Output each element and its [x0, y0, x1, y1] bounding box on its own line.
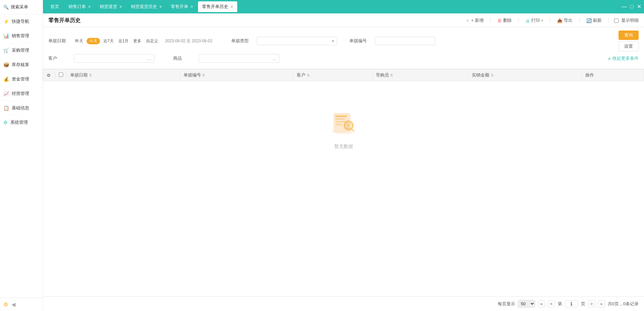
date-option-last_month[interactable]: 近1月 — [117, 38, 130, 44]
print-label: 打印 — [531, 17, 540, 23]
per-page-select[interactable]: 102050100 — [518, 300, 535, 308]
add-button[interactable]: ＋ + 新增 — [464, 17, 485, 24]
doc-type-label: 单据类型 — [231, 38, 251, 44]
goods-ellipsis-icon[interactable]: ... — [272, 56, 276, 61]
add-label: + 新增 — [471, 17, 484, 23]
first-page-button[interactable]: « — [538, 300, 545, 307]
display-toggle[interactable]: 显示明细 — [614, 17, 639, 23]
refresh-button[interactable]: 🔄 刷新 — [585, 17, 603, 24]
date-option-custom[interactable]: 自定义 — [145, 38, 159, 44]
search-icon: 🔍 — [3, 5, 9, 10]
th-date-sort-icon[interactable]: ⇅ — [89, 73, 92, 77]
date-options: 昨天今天近7天近1月更多自定义 — [74, 38, 159, 44]
goods-select[interactable]: ... — [199, 54, 279, 63]
pagination: 每页显示 102050100 « < 第 页 > » 共0页，0条记录 — [43, 296, 644, 311]
tab-close-sales-return-history[interactable]: ✕ — [159, 5, 162, 9]
sidebar-item-basic-info[interactable]: 📋基础信息 — [0, 101, 43, 115]
display-checkbox[interactable] — [614, 18, 618, 23]
close-button[interactable]: ✕ — [637, 4, 641, 9]
sidebar-label-inventory: 库存核算 — [12, 62, 29, 68]
header-row: ⚙单据日期 ⇅单据编号 ⇅客户 ⇅导购员 ⇅实销金额 ⇅操作 — [43, 69, 644, 81]
th-settings[interactable]: ⚙ — [43, 69, 55, 81]
svg-rect-2 — [335, 115, 347, 117]
customer-select[interactable]: ... — [74, 54, 154, 63]
data-table: ⚙单据日期 ⇅单据编号 ⇅客户 ⇅导购员 ⇅实销金额 ⇅操作 — [43, 69, 644, 81]
th-amount-sort-icon[interactable]: ⇅ — [491, 73, 494, 77]
th-date[interactable]: 单据日期 ⇅ — [67, 69, 180, 81]
sidebar-item-sales-mgmt[interactable]: 📊销售管理 — [0, 29, 43, 43]
divider-4 — [579, 18, 580, 23]
per-page-label: 每页显示 — [498, 301, 515, 307]
tab-close-retail-open-history[interactable]: ✕ — [230, 5, 233, 9]
tab-label-retail-open-history: 零售开单历史 — [202, 4, 228, 10]
tab-close-retail-open[interactable]: ✕ — [190, 5, 193, 9]
tab-label-sales-return-history: 销货退货历史 — [131, 4, 157, 10]
date-option-more[interactable]: 更多 — [132, 38, 143, 44]
settings-button[interactable]: ⚙ — [3, 301, 8, 308]
next-page-button[interactable]: > — [588, 300, 595, 307]
sidebar-item-sys-mgmt[interactable]: ⚙系统管理 — [0, 115, 43, 130]
th-doc_no-sort-icon[interactable]: ⇅ — [202, 73, 205, 77]
sidebar-item-purchase-mgmt[interactable]: 🛒采购管理 — [0, 43, 43, 58]
customer-ellipsis-icon[interactable]: ... — [147, 56, 151, 61]
page-input[interactable] — [565, 300, 578, 307]
tab-home[interactable]: 首页 — [46, 1, 64, 12]
th-checkbox — [55, 69, 67, 81]
collapse-sidebar-button[interactable]: ◀ — [11, 301, 15, 308]
tab-label-retail-open: 零售开单 — [171, 4, 188, 10]
tab-bar: 首页销售订单✕销货退货✕销货退货历史✕零售开单✕零售开单历史✕ — □ ✕ — [43, 0, 644, 13]
tab-sales-return[interactable]: 销货退货✕ — [96, 1, 126, 12]
divider-5 — [608, 18, 609, 23]
page-content: 零售开单历史 ＋ + 新增 🗑 删除 🖨 打印 ▾ — [43, 13, 644, 311]
sidebar-item-inventory[interactable]: 📦库存核算 — [0, 58, 43, 72]
delete-label: 删除 — [503, 17, 512, 23]
tab-sales-return-history[interactable]: 销货退货历史✕ — [127, 1, 166, 12]
tab-retail-open[interactable]: 零售开单✕ — [167, 1, 197, 12]
date-option-yesterday[interactable]: 昨天 — [74, 38, 85, 44]
window-controls: — □ ✕ — [622, 4, 641, 9]
minimize-button[interactable]: — — [622, 4, 627, 9]
maximize-button[interactable]: □ — [630, 4, 634, 9]
th-action: 操作 — [582, 69, 644, 81]
prev-page-button[interactable]: < — [548, 300, 555, 307]
refresh-label: 刷新 — [593, 17, 602, 23]
th-customer[interactable]: 客户 ⇅ — [293, 69, 372, 81]
search-button[interactable]: 🔍 搜索采单 — [0, 0, 43, 14]
th-customer-label: 客户 — [297, 72, 305, 77]
empty-text: 暂无数据 — [334, 144, 353, 150]
th-guide-sort-icon[interactable]: ⇅ — [390, 73, 393, 77]
sidebar-label-finance: 资金管理 — [12, 76, 29, 82]
print-button[interactable]: 🖨 打印 ▾ — [524, 17, 545, 24]
tab-close-sales-order[interactable]: ✕ — [88, 5, 91, 9]
date-option-last7[interactable]: 近7天 — [102, 38, 115, 44]
th-customer-sort-icon[interactable]: ⇅ — [307, 73, 310, 77]
tab-retail-open-history[interactable]: 零售开单历史✕ — [198, 1, 237, 12]
th-amount-label: 实销金额 — [472, 72, 489, 77]
empty-icon — [327, 108, 360, 138]
doc-no-label: 单据编号 — [349, 38, 369, 44]
last-page-button[interactable]: » — [598, 300, 605, 307]
svg-point-9 — [347, 124, 349, 125]
sidebar-icon-sys-mgmt: ⚙ — [3, 120, 8, 125]
th-amount[interactable]: 实销金额 ⇅ — [468, 69, 582, 81]
collapse-button[interactable]: ∧ 收起更多条件 — [608, 55, 639, 61]
sidebar-item-finance[interactable]: 💰资金管理 — [0, 72, 43, 87]
sidebar-icon-operations: 📈 — [3, 91, 9, 96]
filter-row-1: 单据日期 昨天今天近7天近1月更多自定义 2023-06-02 至 2023-0… — [48, 31, 639, 51]
doc-type-select[interactable]: ▾ — [257, 37, 337, 45]
th-guide[interactable]: 导购员 ⇅ — [372, 69, 468, 81]
sidebar-item-quick-nav[interactable]: ⚡快捷导航 — [0, 14, 43, 29]
filter-settings-button[interactable]: 设置 — [618, 41, 639, 51]
tab-sales-order[interactable]: 销售订单✕ — [64, 1, 95, 12]
select-all-checkbox[interactable] — [59, 72, 63, 77]
query-button[interactable]: 查询 — [618, 31, 639, 40]
doc-no-input[interactable] — [375, 37, 435, 45]
sidebar-item-operations[interactable]: 📈经营管理 — [0, 87, 43, 101]
tab-close-sales-return[interactable]: ✕ — [119, 5, 122, 9]
th-doc_no[interactable]: 单据编号 ⇅ — [180, 69, 293, 81]
export-button[interactable]: 📤 导出 — [556, 17, 574, 24]
date-option-today[interactable]: 今天 — [87, 38, 100, 44]
table-settings-icon[interactable]: ⚙ — [47, 73, 51, 78]
delete-button[interactable]: 🗑 删除 — [496, 17, 513, 24]
divider-1 — [490, 18, 491, 23]
